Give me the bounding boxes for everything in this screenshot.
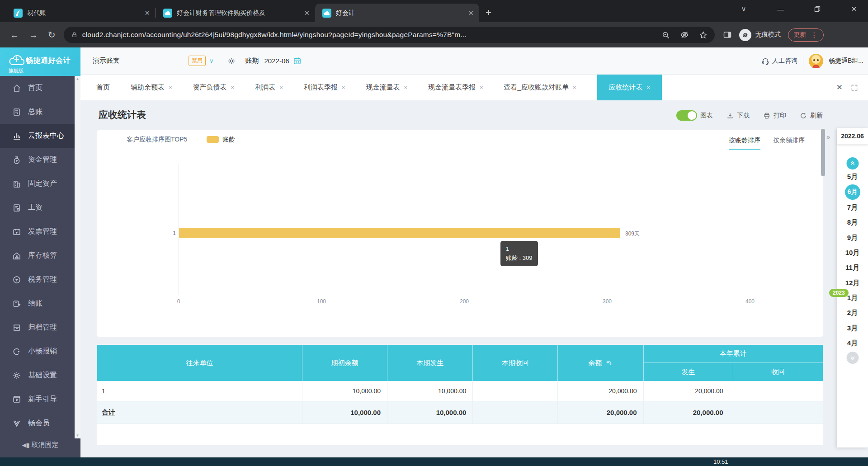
browser-menu-icon[interactable]: ⋮ [811, 31, 818, 39]
strip-close-icon[interactable]: ✕ [836, 83, 843, 92]
sidebar-item-settings[interactable]: 基础设置 [0, 363, 75, 387]
report-tab-close-icon[interactable]: × [404, 84, 407, 91]
browser-tab-yidaizhang[interactable]: 易代账 ✕ [6, 4, 156, 22]
account-chevron-down-icon[interactable]: ∨ [209, 57, 214, 64]
browser-tab-haokuaiji-price[interactable]: 好会计财务管理软件购买价格及 ✕ [156, 4, 315, 22]
back-button[interactable]: ← [10, 30, 19, 40]
zoom-magnifier-icon[interactable] [661, 31, 670, 39]
window-restore-button[interactable] [807, 6, 828, 12]
col-header-current-incurred: 本期发生 [387, 345, 473, 381]
side-panel-icon[interactable] [723, 30, 732, 39]
chart-toggle[interactable]: 图表 [676, 110, 713, 121]
calendar-month[interactable]: 8月 [837, 218, 868, 227]
report-tab-close-icon[interactable]: × [231, 84, 235, 91]
sidebar-item-home[interactable]: 首页 [0, 76, 75, 100]
print-button[interactable]: 打印 [763, 112, 786, 120]
page-title: 应收统计表 [99, 108, 146, 121]
report-tab-balance-sheet[interactable]: 资产负债表 × [193, 83, 235, 92]
unit-link[interactable]: 1 [102, 387, 105, 395]
age-bar[interactable] [179, 228, 620, 238]
scroll-up-icon[interactable]: ▲ [76, 77, 80, 81]
browser-tab-haokuaiji-active[interactable]: 好会计 ✕ [315, 4, 479, 22]
sidebar-unpin-button[interactable]: ◀▮ 取消固定 [0, 435, 80, 455]
disabled-badge[interactable]: 禁用 [189, 56, 206, 66]
report-tab-auxiliary-balance[interactable]: 辅助余额表 × [131, 83, 172, 92]
calendar-month[interactable]: 5月 [837, 173, 868, 181]
tab-close-icon[interactable]: ✕ [144, 9, 150, 17]
report-tab-cashflow[interactable]: 现金流量表 × [366, 83, 407, 92]
calendar-icon[interactable] [293, 56, 302, 65]
report-tab-close-icon[interactable]: × [169, 84, 172, 91]
calendar-month[interactable]: 11月 [837, 264, 868, 272]
calendar-month[interactable]: 2月 [837, 309, 868, 317]
report-tab-label: 首页 [96, 83, 110, 92]
refresh-button[interactable]: 刷新 [800, 112, 823, 120]
tab-close-icon[interactable]: ✕ [304, 9, 310, 17]
report-tab-close-icon[interactable]: × [573, 84, 576, 91]
report-tab-close-icon[interactable]: × [342, 84, 345, 91]
sort-descending-icon[interactable] [605, 359, 613, 367]
main-scrollbar-thumb[interactable] [821, 129, 825, 176]
report-tab-ar-statement[interactable]: 查看_应收账款对账单 × [504, 83, 576, 92]
sort-by-balance-tab[interactable]: 按余额排序 [773, 137, 805, 150]
window-chevron-icon[interactable]: ∨ [733, 5, 754, 13]
report-tab-ar-statistics[interactable]: 应收统计表 × [597, 75, 662, 100]
sidebar-scrollbar[interactable]: ▲ ▼ [75, 76, 80, 438]
bookmark-star-icon[interactable] [699, 31, 708, 39]
download-button[interactable]: 下载 [726, 112, 750, 120]
report-tab-close-icon[interactable]: × [647, 84, 651, 91]
report-tab-home[interactable]: 首页 [96, 83, 110, 92]
calendar-month-active[interactable]: 6月 [845, 184, 860, 200]
calendar-month[interactable]: 7月 [837, 203, 868, 212]
fullscreen-icon[interactable] [851, 84, 858, 91]
sidebar-item-archive[interactable]: 归档管理 [0, 315, 75, 339]
sidebar-item-guide[interactable]: 新手引导 [0, 387, 75, 411]
browser-update-button[interactable]: 更新 ⋮ [788, 28, 824, 42]
tab-close-icon[interactable]: ✕ [468, 9, 474, 17]
legend-swatch-age[interactable] [207, 136, 219, 143]
sidebar-item-closing[interactable]: 结账 [0, 292, 75, 315]
report-tab-close-icon[interactable]: × [480, 84, 483, 91]
user-name[interactable]: 畅捷通B组... [829, 57, 863, 65]
sidebar-item-fixed-assets[interactable]: 固定资产 [0, 172, 75, 196]
calendar-month[interactable]: 9月 [837, 234, 868, 242]
window-close-button[interactable]: ✕ [844, 5, 864, 13]
sidebar-item-member[interactable]: 畅会员 [0, 411, 75, 435]
settings-gear-icon[interactable] [227, 57, 236, 65]
reload-button[interactable]: ↻ [48, 29, 56, 40]
eye-blocked-icon[interactable] [680, 30, 689, 39]
report-tab-income-quarterly[interactable]: 利润表季报 × [304, 83, 345, 92]
calendar-scroll-up-button[interactable] [846, 157, 859, 169]
window-minimize-button[interactable]: — [770, 5, 791, 13]
user-avatar[interactable] [809, 54, 823, 68]
calendar-month[interactable]: 3月 [837, 324, 868, 333]
sidebar-item-general-ledger[interactable]: 总账 [0, 100, 75, 124]
calendar-month[interactable]: 1月 [837, 294, 868, 302]
calendar-month[interactable]: 10月 [837, 249, 868, 257]
sidebar-item-reimburse[interactable]: 小畅报销 [0, 339, 75, 363]
sidebar-item-payroll[interactable]: 工资 [0, 196, 75, 220]
calendar-month[interactable]: 4月 [837, 339, 868, 348]
forward-button[interactable]: → [29, 30, 38, 40]
report-tab-income-statement[interactable]: 利润表 × [255, 83, 283, 92]
total-link[interactable]: 合计 [102, 408, 115, 417]
legend-label-age[interactable]: 账龄 [222, 136, 235, 144]
lock-icon [71, 31, 78, 38]
report-tab-close-icon[interactable]: × [279, 84, 283, 91]
sidebar-item-funds[interactable]: 资金管理 [0, 148, 75, 172]
sidebar-item-invoices[interactable]: 发票管理 [0, 220, 75, 244]
address-omnibox[interactable]: cloud2.chanjet.com/accounting/uh26t264j5… [64, 27, 715, 43]
calendar-scroll-down-button[interactable] [846, 352, 859, 364]
vip-member-icon [12, 419, 21, 428]
panel-collapse-icon[interactable]: » [826, 133, 829, 141]
unpin-icon: ◀▮ [22, 442, 29, 448]
calendar-month[interactable]: 12月 [837, 279, 868, 287]
new-tab-button[interactable]: + [486, 7, 491, 19]
sidebar-item-tax[interactable]: 税务管理 [0, 268, 75, 292]
report-tab-cashflow-quarterly[interactable]: 现金流量表季报 × [428, 83, 483, 92]
support-link[interactable]: 人工咨询 [761, 57, 797, 65]
sidebar-item-cloud-reports[interactable]: 云报表中心 [0, 124, 75, 148]
chart-toggle-switch[interactable] [676, 110, 697, 121]
sort-by-age-tab[interactable]: 按账龄排序 [729, 137, 760, 150]
sidebar-item-inventory[interactable]: 库存核算 [0, 244, 75, 268]
